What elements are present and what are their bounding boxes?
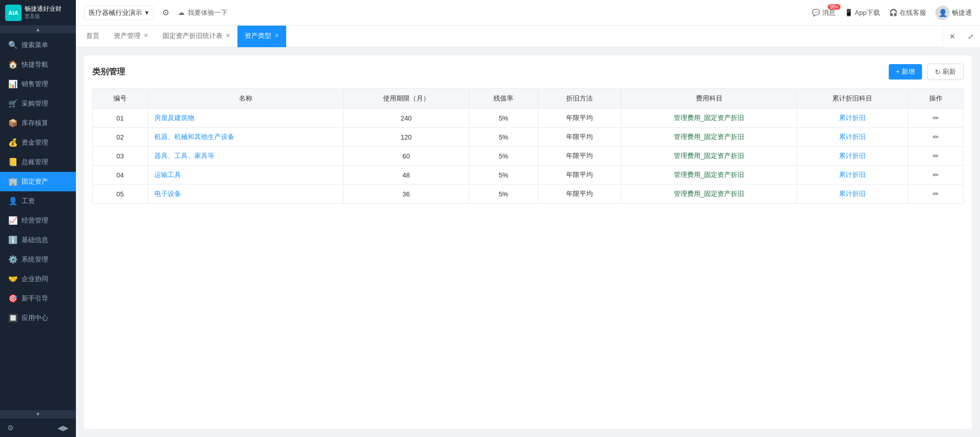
sidebar-item-guide[interactable]: 🎯 新手引导: [0, 289, 76, 308]
sidebar-item-purchase[interactable]: 🛒 采购管理: [0, 94, 76, 113]
logo-icon: AtA: [5, 5, 22, 21]
cell-accumulated[interactable]: 累计折旧: [797, 185, 908, 204]
service-icon: 🎧: [889, 9, 897, 16]
sidebar-item-collab[interactable]: 🤝 企业协同: [0, 269, 76, 289]
chevron-down-icon: ▾: [145, 9, 149, 16]
sidebar-footer: ⚙ ◀▶: [0, 418, 76, 437]
edit-icon[interactable]: ✏: [933, 171, 939, 179]
content-card: 类别管理 + 新增 ↻ 刷新 编号 名称 使用期限（月） 残值率: [84, 55, 972, 429]
edit-icon[interactable]: ✏: [933, 114, 939, 122]
sidebar-item-basic[interactable]: ℹ️ 基础信息: [0, 230, 76, 250]
refresh-button[interactable]: ↻ 刷新: [927, 64, 964, 80]
cell-operation: ✏: [908, 147, 964, 166]
window-close-btn[interactable]: ✕: [943, 26, 962, 47]
cloud-icon: ☁: [178, 9, 185, 16]
sidebar-label-purchase: 采购管理: [22, 99, 48, 108]
sidebar-item-ledger[interactable]: 📒 总账管理: [0, 152, 76, 172]
basic-icon: ℹ️: [8, 235, 17, 245]
app-selector[interactable]: 医疗器械行业演示 ▾: [84, 6, 153, 20]
cell-expense: 管理费用_固定资产折旧: [622, 109, 797, 128]
col-method: 折旧方法: [538, 89, 621, 109]
app-download-label: App下载: [855, 8, 880, 17]
cell-name[interactable]: 运输工具: [148, 166, 344, 185]
cell-method: 年限平均: [538, 109, 621, 128]
cell-name[interactable]: 房屋及建筑物: [148, 109, 344, 128]
col-code: 编号: [93, 89, 148, 109]
sidebar-item-search[interactable]: 🔍 搜索菜单: [0, 35, 76, 55]
tab-asset-management[interactable]: 资产管理 ✕: [107, 26, 155, 47]
cell-name[interactable]: 机器、机械和其他生产设备: [148, 128, 344, 147]
cell-method: 年限平均: [538, 147, 621, 166]
window-controls: ✕ ⤢: [943, 26, 980, 47]
user-name: 畅捷通: [952, 8, 972, 17]
tab-asset-type-close[interactable]: ✕: [274, 33, 279, 38]
collab-icon: 🤝: [8, 274, 17, 284]
scroll-up[interactable]: ▲: [0, 26, 76, 33]
table-row: 02 机器、机械和其他生产设备 120 5% 年限平均 管理费用_固定资产折旧 …: [93, 128, 964, 147]
cell-accumulated[interactable]: 累计折旧: [797, 166, 908, 185]
cell-residual: 5%: [469, 109, 538, 128]
cell-accumulated[interactable]: 累计折旧: [797, 147, 908, 166]
edit-icon[interactable]: ✏: [933, 190, 939, 198]
cell-expense: 管理费用_固定资产折旧: [622, 147, 797, 166]
cell-period: 60: [344, 147, 469, 166]
sidebar-item-sales[interactable]: 📊 销售管理: [0, 74, 76, 94]
sidebar-item-fixed[interactable]: 🏢 固定资产: [0, 172, 76, 191]
collapse-footer-icon[interactable]: ◀▶: [57, 424, 69, 432]
sidebar-label-search: 搜索菜单: [22, 41, 48, 50]
tab-asset-type[interactable]: 资产类型 ✕: [237, 26, 286, 47]
online-service-btn[interactable]: 🎧 在线客服: [889, 8, 926, 17]
sidebar-item-operation[interactable]: 📈 经营管理: [0, 211, 76, 230]
topbar-settings-icon[interactable]: ⚙: [158, 6, 173, 20]
cell-accumulated[interactable]: 累计折旧: [797, 128, 908, 147]
table-row: 04 运输工具 48 5% 年限平均 管理费用_固定资产折旧 累计折旧 ✏: [93, 166, 964, 185]
new-button[interactable]: + 新增: [889, 64, 922, 80]
window-expand-btn[interactable]: ⤢: [962, 26, 980, 47]
sidebar-item-inventory[interactable]: 📦 库存核算: [0, 113, 76, 133]
guide-icon: 🎯: [8, 294, 17, 303]
sidebar-header: AtA 畅捷通好业财 普及版: [0, 0, 76, 26]
user-area[interactable]: 👤 畅捷通: [935, 6, 972, 20]
sidebar-item-system[interactable]: ⚙️ 系统管理: [0, 250, 76, 269]
mobile-icon: 📱: [845, 9, 853, 16]
col-period: 使用期限（月）: [344, 89, 469, 109]
edit-icon[interactable]: ✏: [933, 133, 939, 141]
table-row: 03 器具、工具、家具等 60 5% 年限平均 管理费用_固定资产折旧 累计折旧…: [93, 147, 964, 166]
fixed-icon: 🏢: [8, 177, 17, 186]
tab-depreciation-stats[interactable]: 固定资产折旧统计表 ✕: [155, 26, 237, 47]
sidebar-label-operation: 经营管理: [22, 216, 48, 225]
sidebar-item-salary[interactable]: 👤 工资: [0, 191, 76, 211]
edit-icon[interactable]: ✏: [933, 152, 939, 160]
tab-home[interactable]: 首页: [84, 26, 107, 47]
cell-residual: 5%: [469, 128, 538, 147]
inventory-icon: 📦: [8, 118, 17, 128]
sidebar: AtA 畅捷通好业财 普及版 ▲ 🔍 搜索菜单 🏠 快捷导航 📊 销售管理 🛒 …: [0, 0, 76, 437]
cell-name[interactable]: 器具、工具、家具等: [148, 147, 344, 166]
sales-icon: 📊: [8, 80, 17, 89]
sidebar-label-fixed: 固定资产: [22, 177, 48, 186]
settings-footer-icon[interactable]: ⚙: [7, 424, 14, 432]
cell-name[interactable]: 电子设备: [148, 185, 344, 204]
tabs-bar: 首页 资产管理 ✕ 固定资产折旧统计表 ✕ 资产类型 ✕: [76, 26, 980, 47]
cell-accumulated[interactable]: 累计折旧: [797, 109, 908, 128]
logo-text: 畅捷通好业财: [25, 5, 62, 13]
scroll-down[interactable]: ▼: [0, 410, 76, 418]
tab-depreciation-stats-close[interactable]: ✕: [226, 33, 230, 38]
cell-period: 36: [344, 185, 469, 204]
sidebar-nav: 🔍 搜索菜单 🏠 快捷导航 📊 销售管理 🛒 采购管理 📦 库存核算 💰 资金管…: [0, 33, 76, 410]
sidebar-label-guide: 新手引导: [22, 294, 48, 303]
tab-asset-management-close[interactable]: ✕: [144, 33, 148, 38]
sidebar-item-capital[interactable]: 💰 资金管理: [0, 133, 76, 152]
notification-btn[interactable]: 💬 消息 99+: [812, 8, 835, 17]
cell-operation: ✏: [908, 185, 964, 204]
avatar: 👤: [935, 6, 950, 20]
cell-code: 03: [93, 147, 148, 166]
tab-asset-type-label: 资产类型: [245, 31, 271, 41]
sidebar-label-ledger: 总账管理: [22, 157, 48, 167]
experience-btn[interactable]: ☁ 我要体验一下: [178, 8, 228, 17]
sidebar-item-appstore[interactable]: 🔲 应用中心: [0, 308, 76, 328]
sidebar-label-sales: 销售管理: [22, 80, 48, 89]
sidebar-item-quicknav[interactable]: 🏠 快捷导航: [0, 55, 76, 74]
col-accumulated: 累计折旧科目: [797, 89, 908, 109]
app-download-btn[interactable]: 📱 App下载: [845, 8, 880, 17]
